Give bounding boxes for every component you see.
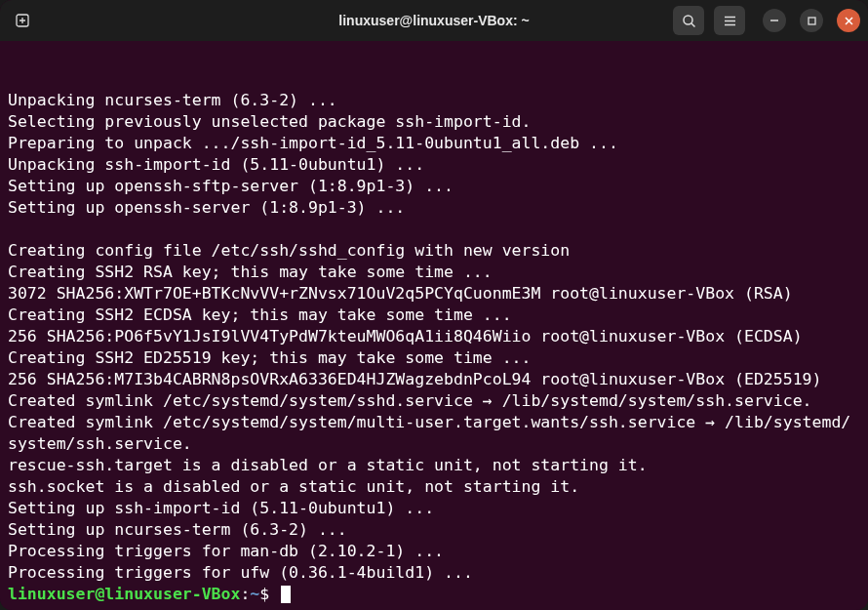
output-line: Preparing to unpack .../ssh-import-id_5.… bbox=[8, 133, 860, 154]
close-icon bbox=[845, 17, 853, 25]
svg-point-3 bbox=[684, 16, 692, 24]
output-line: Created symlink /etc/systemd/system/mult… bbox=[8, 412, 860, 455]
maximize-icon bbox=[808, 17, 816, 25]
titlebar-right bbox=[673, 6, 860, 35]
output-line: Setting up openssh-server (1:8.9p1-3) ..… bbox=[8, 197, 860, 219]
terminal-window: linuxuser@linuxuser-VBox: ~ bbox=[0, 0, 868, 610]
prompt-path: ~ bbox=[250, 585, 259, 603]
output-line: ssh.socket is a disabled or a static uni… bbox=[8, 476, 860, 498]
output-line: Selecting previously unselected package … bbox=[8, 111, 860, 133]
close-button[interactable] bbox=[837, 9, 860, 32]
titlebar-left bbox=[8, 7, 39, 34]
prompt-line: linuxuser@linuxuser-VBox:~$ bbox=[8, 584, 860, 605]
new-tab-button[interactable] bbox=[8, 7, 39, 34]
search-icon bbox=[682, 14, 696, 28]
window-controls bbox=[763, 9, 860, 32]
prompt-colon: : bbox=[240, 585, 250, 603]
output-line: Created symlink /etc/systemd/system/sshd… bbox=[8, 390, 860, 412]
new-tab-icon bbox=[16, 13, 31, 28]
prompt-user-host: linuxuser@linuxuser-VBox bbox=[8, 585, 240, 603]
output-line: Creating SSH2 RSA key; this may take som… bbox=[8, 262, 860, 283]
minimize-icon bbox=[769, 16, 779, 25]
svg-rect-9 bbox=[809, 18, 815, 24]
search-button[interactable] bbox=[673, 6, 704, 35]
output-line: Creating config file /etc/ssh/sshd_confi… bbox=[8, 240, 860, 262]
output-line: rescue-ssh.target is a disabled or a sta… bbox=[8, 455, 860, 476]
hamburger-icon bbox=[723, 14, 737, 28]
svg-line-4 bbox=[691, 23, 695, 27]
output-line: Creating SSH2 ECDSA key; this may take s… bbox=[8, 305, 860, 326]
output-line: Processing triggers for man-db (2.10.2-1… bbox=[8, 541, 860, 562]
prompt-symbol: $ bbox=[259, 585, 269, 603]
minimize-button[interactable] bbox=[763, 9, 786, 32]
cursor bbox=[281, 586, 291, 603]
menu-button[interactable] bbox=[714, 6, 745, 35]
output-line: 256 SHA256:PO6f5vY1JsI9lVV4TyPdW7kteuMWO… bbox=[8, 326, 860, 347]
output-line: Setting up ssh-import-id (5.11-0ubuntu1)… bbox=[8, 498, 860, 519]
maximize-button[interactable] bbox=[800, 9, 823, 32]
output-line: Unpacking ncurses-term (6.3-2) ... bbox=[8, 90, 860, 111]
output-lines: Unpacking ncurses-term (6.3-2) ...Select… bbox=[8, 90, 860, 584]
output-line bbox=[8, 219, 860, 240]
output-line: 256 SHA256:M7I3b4CABRN8psOVRxA6336ED4HJZ… bbox=[8, 369, 860, 390]
output-line: Unpacking ssh-import-id (5.11-0ubuntu1) … bbox=[8, 154, 860, 176]
output-line: Setting up openssh-sftp-server (1:8.9p1-… bbox=[8, 176, 860, 197]
titlebar: linuxuser@linuxuser-VBox: ~ bbox=[0, 0, 868, 41]
terminal-output[interactable]: Unpacking ncurses-term (6.3-2) ...Select… bbox=[0, 41, 868, 610]
output-line: 3072 SHA256:XWTr7OE+BTKcNvVV+rZNvsx71OuV… bbox=[8, 283, 860, 305]
output-line: Setting up ncurses-term (6.3-2) ... bbox=[8, 519, 860, 541]
output-line: Processing triggers for ufw (0.36.1-4bui… bbox=[8, 562, 860, 584]
output-line: Creating SSH2 ED25519 key; this may take… bbox=[8, 347, 860, 369]
window-title: linuxuser@linuxuser-VBox: ~ bbox=[338, 13, 529, 28]
